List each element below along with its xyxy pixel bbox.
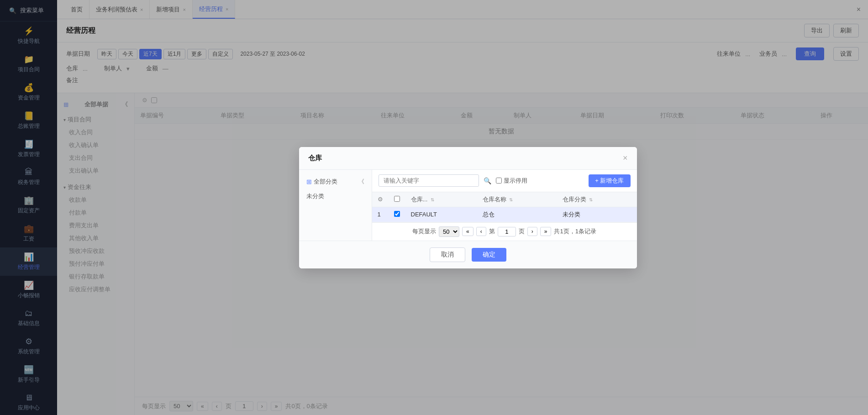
category-col-header: 仓库分类 ⇅	[557, 192, 637, 207]
settings-col-header: ⚙	[372, 192, 389, 207]
modal-close-button[interactable]: ×	[623, 153, 628, 163]
modal-toolbar: 🔍 显示停用 + 新增仓库	[372, 170, 637, 192]
row-category-cell: 未分类	[557, 207, 637, 222]
modal-page-label-pre: 第	[489, 227, 495, 236]
modal-title: 仓库	[308, 154, 322, 163]
modal-page-label: 页	[519, 227, 525, 236]
modal-pagination: 每页显示 50 « ‹ 第 页 › » 共1页，1条记录	[372, 222, 637, 241]
modal-left-panel: ⊞ 全部分类 《 未分类	[299, 170, 372, 241]
modal-page-size-select[interactable]: 50	[439, 226, 459, 237]
modal-page-number-input[interactable]	[498, 227, 516, 236]
name-sort-icon[interactable]: ⇅	[509, 197, 513, 202]
warehouse-modal: 仓库 × ⊞ 全部分类 《 未分类 🔍 显示停用 + 新增仓库	[299, 147, 637, 268]
category-sort-icon[interactable]: ⇅	[589, 197, 593, 202]
modal-table-area: ⚙ 仓库... ⇅ 仓库名称 ⇅ 仓库分类	[372, 192, 637, 222]
checkbox-col-header	[389, 192, 405, 207]
warehouse-table: ⚙ 仓库... ⇅ 仓库名称 ⇅ 仓库分类	[372, 192, 637, 222]
show-disabled-label[interactable]: 显示停用	[496, 177, 527, 185]
modal-prev-page-button[interactable]: ‹	[476, 227, 486, 236]
code-sort-icon[interactable]: ⇅	[431, 197, 434, 202]
modal-first-page-button[interactable]: «	[462, 227, 473, 236]
cancel-button[interactable]: 取消	[430, 247, 465, 262]
confirm-button[interactable]: 确定	[472, 248, 506, 262]
row-checkbox-cell[interactable]	[389, 207, 405, 222]
modal-per-page-label: 每页显示	[412, 227, 436, 236]
modal-body: ⊞ 全部分类 《 未分类 🔍 显示停用 + 新增仓库	[299, 170, 637, 241]
modal-next-page-button[interactable]: ›	[527, 227, 537, 236]
row-checkbox-1[interactable]	[394, 211, 400, 217]
row-name-cell: 总仓	[477, 207, 557, 222]
warehouse-search-input[interactable]	[379, 174, 479, 187]
show-disabled-checkbox[interactable]	[496, 178, 502, 184]
modal-left-item-未分类[interactable]: 未分类	[299, 189, 372, 204]
warehouse-search-icon[interactable]: 🔍	[484, 177, 491, 184]
row-id-cell: 1	[372, 207, 389, 222]
modal-header: 仓库 ×	[299, 147, 637, 170]
grid-icon: ⊞	[306, 178, 312, 185]
modal-all-category-item[interactable]: ⊞ 全部分类 《	[299, 174, 372, 189]
warehouse-row-1[interactable]: 1 DEFAULT 总仓 未分类	[372, 207, 637, 222]
code-col-header: 仓库... ⇅	[405, 192, 477, 207]
select-all-warehouse-checkbox[interactable]	[394, 196, 400, 202]
modal-total-text: 共1页，1条记录	[554, 227, 596, 236]
collapse-left-icon[interactable]: 《	[358, 178, 364, 186]
modal-main: 🔍 显示停用 + 新增仓库 ⚙ 仓库... ⇅	[372, 170, 637, 241]
add-warehouse-button[interactable]: + 新增仓库	[589, 174, 630, 187]
name-col-header: 仓库名称 ⇅	[477, 192, 557, 207]
table-gear-icon[interactable]: ⚙	[378, 196, 383, 203]
row-code-cell: DEFAULT	[405, 207, 477, 222]
modal-last-page-button[interactable]: »	[540, 227, 552, 236]
modal-footer-buttons: 取消 确定	[299, 241, 637, 268]
